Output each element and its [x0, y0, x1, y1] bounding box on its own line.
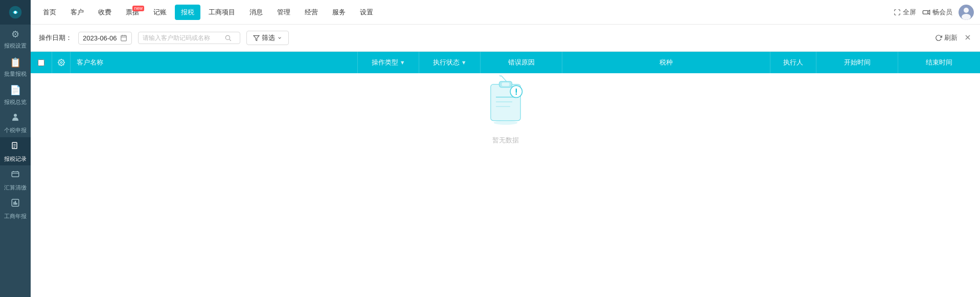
- svg-point-18: [964, 8, 969, 13]
- member-button[interactable]: 畅会员: [922, 8, 952, 17]
- th-end-time: 结束时间: [898, 52, 980, 73]
- th-endtime-label: 结束时间: [926, 58, 952, 67]
- th-client-label: 客户名称: [77, 58, 103, 67]
- nav-home[interactable]: 首页: [37, 5, 62, 20]
- filter-optype-icon: ▼: [400, 59, 405, 66]
- svg-line-25: [229, 39, 231, 41]
- svg-point-38: [515, 94, 517, 95]
- close-icon: [964, 33, 972, 41]
- sidebar-item-tax-settings[interactable]: ⚙ 报税设置: [0, 25, 31, 53]
- nav-right-section: 全屏 畅会员: [894, 5, 974, 20]
- batch-tax-icon: 📋: [10, 57, 21, 69]
- refresh-button[interactable]: 刷新: [935, 33, 958, 43]
- sidebar-item-label: 批量报税: [4, 70, 27, 77]
- toolbar: 操作日期： 2023-06-06 筛选: [31, 25, 980, 52]
- nav-billing[interactable]: 收费: [92, 5, 118, 20]
- svg-marker-16: [928, 10, 929, 14]
- sidebar-item-label: 报税总览: [4, 98, 27, 105]
- th-executor-label: 执行人: [783, 58, 803, 67]
- svg-marker-26: [254, 35, 259, 40]
- search-input[interactable]: [143, 34, 224, 41]
- sidebar-item-settlement[interactable]: 汇算清缴: [0, 165, 31, 194]
- th-starttime-label: 开始时间: [844, 58, 871, 67]
- svg-rect-7: [12, 172, 19, 177]
- th-tax-type: 税种: [562, 52, 770, 73]
- annual-report-icon: [11, 198, 20, 210]
- filter-icon: [253, 35, 260, 41]
- video-icon: [922, 8, 930, 16]
- sidebar: ⚙ 报税设置 📋 批量报税 📄 报税总览 个税申报 报税记录: [0, 0, 31, 297]
- sidebar-item-tax-overview[interactable]: 📄 报税总览: [0, 80, 31, 109]
- sidebar-item-tax-records[interactable]: 报税记录: [0, 137, 31, 166]
- nav-menu: 首页 客户 收费 票据 new 记账 报税 工商项目 消息: [37, 5, 894, 20]
- th-status-label: 执行状态: [433, 58, 460, 67]
- empty-state: 暂无数据: [31, 73, 980, 145]
- nav-invoices[interactable]: 票据 new: [120, 5, 145, 20]
- sidebar-item-label: 汇算清缴: [4, 184, 27, 191]
- filter-label: 筛选: [262, 33, 275, 43]
- th-op-type[interactable]: 操作类型 ▼: [358, 52, 419, 73]
- th-optype-label: 操作类型: [372, 58, 398, 67]
- svg-rect-15: [923, 10, 928, 14]
- main-content: 首页 客户 收费 票据 new 记账 报税 工商项目 消息: [31, 0, 980, 297]
- search-box[interactable]: [138, 32, 240, 44]
- svg-point-2: [14, 114, 17, 117]
- sidebar-item-label: 报税设置: [4, 42, 27, 49]
- nav-bizproject[interactable]: 工商项目: [202, 5, 241, 20]
- search-icon: [224, 34, 232, 41]
- th-start-time: 开始时间: [816, 52, 898, 73]
- sidebar-item-personal-tax[interactable]: 个税申报: [0, 109, 31, 137]
- th-checkbox[interactable]: [31, 52, 52, 73]
- settings-icon: [58, 59, 65, 66]
- data-table: 客户名称 操作类型 ▼ 执行状态 ▼ 错误原因 税种 执行人: [31, 52, 980, 297]
- settlement-icon: [11, 169, 20, 182]
- tax-records-icon: [11, 141, 20, 154]
- sidebar-item-annual-report[interactable]: 工商年报: [0, 194, 31, 223]
- empty-illustration: [480, 73, 531, 130]
- th-client-name: 客户名称: [71, 52, 358, 73]
- select-all-checkbox[interactable]: [38, 59, 44, 66]
- svg-point-19: [962, 14, 971, 20]
- svg-point-41: [493, 121, 517, 125]
- sidebar-item-batch-tax[interactable]: 📋 批量报税: [0, 53, 31, 81]
- svg-point-24: [225, 35, 230, 39]
- nav-clients[interactable]: 客户: [64, 5, 90, 20]
- th-error-reason: 错误原因: [481, 52, 562, 73]
- svg-rect-20: [121, 35, 126, 41]
- nav-management[interactable]: 管理: [271, 5, 297, 20]
- fullscreen-icon: [894, 9, 901, 16]
- sidebar-item-label: 工商年报: [4, 213, 27, 220]
- close-button[interactable]: [964, 33, 972, 43]
- svg-point-1: [14, 11, 16, 13]
- nav-accounting[interactable]: 记账: [147, 5, 173, 20]
- date-picker[interactable]: 2023-06-06: [78, 32, 132, 45]
- svg-line-39: [501, 76, 506, 81]
- filter-button[interactable]: 筛选: [246, 31, 289, 45]
- top-navigation: 首页 客户 收费 票据 new 记账 报税 工商项目 消息: [31, 0, 980, 25]
- th-settings[interactable]: [52, 52, 71, 73]
- th-exec-status[interactable]: 执行状态 ▼: [419, 52, 481, 73]
- sidebar-item-label: 报税记录: [4, 155, 27, 162]
- nav-services[interactable]: 服务: [326, 5, 352, 20]
- filter-status-icon: ▼: [461, 59, 467, 66]
- empty-text: 暂无数据: [492, 136, 519, 145]
- new-badge: new: [132, 6, 144, 11]
- svg-rect-12: [13, 202, 14, 205]
- th-executor: 执行人: [770, 52, 816, 73]
- fullscreen-button[interactable]: 全屏: [894, 8, 916, 17]
- svg-rect-32: [502, 82, 509, 86]
- calendar-icon: [120, 34, 127, 41]
- tax-settings-icon: ⚙: [11, 29, 19, 40]
- nav-settings[interactable]: 设置: [354, 5, 379, 20]
- nav-operations[interactable]: 经营: [299, 5, 324, 20]
- sidebar-item-label: 个税申报: [4, 126, 27, 134]
- user-avatar[interactable]: [959, 5, 974, 20]
- table-body: 暂无数据: [31, 73, 980, 297]
- tax-overview-icon: 📄: [10, 84, 21, 96]
- th-taxtype-label: 税种: [659, 58, 673, 67]
- nav-tax[interactable]: 报税: [175, 5, 200, 20]
- personal-tax-icon: [11, 113, 20, 125]
- nav-messages[interactable]: 消息: [243, 5, 269, 20]
- refresh-label: 刷新: [944, 33, 958, 43]
- svg-marker-40: [499, 75, 501, 77]
